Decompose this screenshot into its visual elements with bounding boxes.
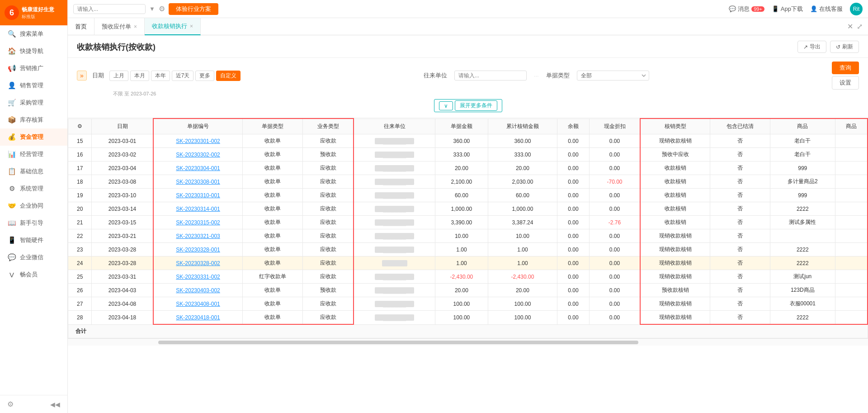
doc-no-link[interactable]: SK-20230315-002 bbox=[176, 219, 220, 226]
doc-no-link[interactable]: SK-20230314-001 bbox=[176, 206, 220, 212]
expand-toggle-icon[interactable]: » bbox=[77, 71, 87, 81]
td-verified: -2,430.00 bbox=[488, 270, 557, 284]
sidebar-item-search[interactable]: 🔍搜索菜单 bbox=[0, 25, 67, 43]
scrollbar-thumb[interactable] bbox=[158, 341, 638, 344]
user-avatar[interactable]: Rit bbox=[850, 3, 863, 15]
td-date: 2023-04-03 bbox=[92, 284, 153, 297]
td-discount: 0.00 bbox=[589, 297, 640, 311]
td-cancel-type: 现销收款核销 bbox=[640, 297, 710, 311]
solution-button[interactable]: 体验行业方案 bbox=[169, 3, 218, 15]
date-btn-more[interactable]: 更多 bbox=[195, 71, 214, 81]
topbar-gear-icon[interactable]: ⚙ bbox=[159, 5, 165, 13]
export-button[interactable]: ↗ 导出 bbox=[797, 41, 826, 53]
td-partner bbox=[354, 256, 435, 270]
sidebar-item-basic[interactable]: 📋基础信息 bbox=[0, 163, 67, 180]
query-button[interactable]: 查询 bbox=[832, 62, 859, 74]
td-goods1: 衣服00001 bbox=[770, 297, 835, 311]
tab-collection[interactable]: 收款核销执行 × bbox=[145, 18, 201, 35]
td-goods1: 999 bbox=[770, 189, 835, 202]
app-download[interactable]: 📱 App下载 bbox=[772, 5, 803, 13]
sidebar-item-wechat[interactable]: 💬企业微信 bbox=[0, 249, 67, 266]
sidebar-item-hardware[interactable]: 📱智能硬件 bbox=[0, 232, 67, 249]
date-btn-this-year[interactable]: 本年 bbox=[151, 71, 170, 81]
sidebar-item-finance[interactable]: 💰资金管理 bbox=[0, 128, 67, 146]
date-btn-7days[interactable]: 近7天 bbox=[172, 71, 194, 81]
tab-close-all-icon[interactable]: ✕ bbox=[847, 22, 853, 31]
table-row[interactable]: 24 2023-03-28 SK-20230328-002 收款单 应收款 1.… bbox=[68, 256, 868, 270]
table-row[interactable]: 23 2023-03-28 SK-20230328-001 收款单 应收款 ██… bbox=[68, 243, 868, 256]
td-included: 否 bbox=[710, 202, 770, 216]
th-verified: 累计核销金额 bbox=[488, 119, 557, 134]
table-row[interactable]: 26 2023-04-03 SK-20230403-002 收款单 预收款 ██… bbox=[68, 284, 868, 297]
doc-no-link[interactable]: SK-20230403-002 bbox=[176, 287, 220, 294]
sidebar-item-operation[interactable]: 📊经营管理 bbox=[0, 146, 67, 163]
column-settings-icon[interactable]: ⚙ bbox=[77, 123, 82, 129]
tab-collection-label: 收款核销执行 bbox=[152, 22, 187, 30]
sidebar-icon-inventory: 📦 bbox=[7, 116, 16, 124]
doc-no-link[interactable]: SK-20230408-001 bbox=[176, 301, 220, 307]
table-row[interactable]: 18 2023-03-08 SK-20230308-001 收款单 应收款 ██… bbox=[68, 175, 868, 189]
table-row[interactable]: 25 2023-03-31 SK-20230331-002 红字收款单 应收款 … bbox=[68, 270, 868, 284]
td-goods1: 2222 bbox=[770, 311, 835, 325]
tab-advance[interactable]: 预收应付单 × bbox=[94, 18, 145, 35]
table-row[interactable]: 19 2023-03-10 SK-20230310-001 收款单 应收款 ██… bbox=[68, 189, 868, 202]
td-verified: 333.00 bbox=[488, 148, 557, 161]
message-area[interactable]: 💬 消息 99+ bbox=[729, 5, 764, 13]
doc-no-link[interactable]: SK-20230308-001 bbox=[176, 179, 220, 185]
table-row[interactable]: 17 2023-03-04 SK-20230304-001 收款单 应收款 ██… bbox=[68, 161, 868, 175]
table-row[interactable]: 15 2023-03-01 SK-20230301-002 收款单 应收款 ██… bbox=[68, 134, 868, 148]
tab-advance-close[interactable]: × bbox=[134, 24, 137, 30]
doc-no-link[interactable]: SK-20230331-002 bbox=[176, 274, 220, 280]
doc-no-link[interactable]: SK-20230418-001 bbox=[176, 314, 220, 321]
tab-collection-close[interactable]: × bbox=[190, 23, 193, 29]
doc-no-link[interactable]: SK-20230310-001 bbox=[176, 192, 220, 199]
setting-button[interactable]: 设置 bbox=[832, 76, 859, 90]
table-row[interactable]: 22 2023-03-21 SK-20230321-003 收款单 应收款 ██… bbox=[68, 229, 868, 243]
sidebar-item-marketing[interactable]: 📢营销推广 bbox=[0, 60, 67, 77]
settings-footer-icon[interactable]: ⚙ bbox=[7, 400, 14, 408]
td-no: 25 bbox=[68, 270, 92, 284]
doc-no-link[interactable]: SK-20230321-003 bbox=[176, 233, 220, 239]
table-row[interactable]: 20 2023-03-14 SK-20230314-001 收款单 应收款 ██… bbox=[68, 202, 868, 216]
sidebar-item-collab[interactable]: 🤝企业协同 bbox=[0, 197, 67, 214]
horizontal-scrollbar[interactable] bbox=[68, 338, 868, 346]
date-btn-custom[interactable]: 自定义 bbox=[216, 71, 241, 81]
date-btn-this-month[interactable]: 本月 bbox=[130, 71, 149, 81]
online-service[interactable]: 👤 在线客服 bbox=[810, 5, 843, 13]
collapse-icon[interactable]: ◀◀ bbox=[50, 401, 60, 408]
sidebar-item-quick[interactable]: 🏠快捷导航 bbox=[0, 43, 67, 60]
tab-home[interactable]: 首页 bbox=[68, 18, 94, 35]
sidebar-label-marketing: 营销推广 bbox=[20, 64, 43, 72]
doc-no-link[interactable]: SK-20230328-001 bbox=[176, 247, 220, 253]
doc-no-link[interactable]: SK-20230301-002 bbox=[176, 138, 220, 144]
doc-no-link[interactable]: SK-20230302-002 bbox=[176, 152, 220, 158]
sidebar-icon-sales: 👤 bbox=[7, 81, 16, 90]
td-included: 否 bbox=[710, 297, 770, 311]
refresh-button[interactable]: ↺ 刷新 bbox=[830, 41, 859, 53]
sidebar-nav: 🔍搜索菜单🏠快捷导航📢营销推广👤销售管理🛒采购管理📦库存核算💰资金管理📊经营管理… bbox=[0, 25, 67, 283]
sidebar-icon-member: V bbox=[7, 271, 16, 279]
td-included: 否 bbox=[710, 161, 770, 175]
partner-input[interactable] bbox=[454, 71, 527, 81]
tab-maximize-icon[interactable]: ⤢ bbox=[857, 22, 863, 31]
sidebar-item-member[interactable]: V畅会员 bbox=[0, 266, 67, 283]
sidebar-item-guide[interactable]: 📖新手引导 bbox=[0, 214, 67, 232]
doc-no-link[interactable]: SK-20230328-002 bbox=[176, 260, 220, 266]
doc-type-select[interactable]: 全部 收款单 红字收款单 bbox=[577, 71, 649, 81]
sidebar-item-inventory[interactable]: 📦库存核算 bbox=[0, 111, 67, 128]
expand-more-conditions[interactable]: ∨ 展开更多条件 bbox=[77, 97, 859, 114]
table-row[interactable]: 16 2023-03-02 SK-20230302-002 收款单 预收款 ██… bbox=[68, 148, 868, 161]
td-goods2 bbox=[835, 189, 868, 202]
sidebar-item-sales[interactable]: 👤销售管理 bbox=[0, 77, 67, 94]
th-settings[interactable]: ⚙ bbox=[68, 119, 92, 134]
topbar-search-input[interactable] bbox=[73, 4, 146, 14]
td-included: 否 bbox=[710, 189, 770, 202]
table-row[interactable]: 27 2023-04-08 SK-20230408-001 收款单 应收款 ██… bbox=[68, 297, 868, 311]
sidebar-item-purchase[interactable]: 🛒采购管理 bbox=[0, 94, 67, 111]
sidebar-item-system[interactable]: ⚙系统管理 bbox=[0, 180, 67, 197]
table-row[interactable]: 28 2023-04-18 SK-20230418-001 收款单 应收款 ██… bbox=[68, 311, 868, 325]
date-btn-last-month[interactable]: 上月 bbox=[109, 71, 128, 81]
doc-no-link[interactable]: SK-20230304-001 bbox=[176, 165, 220, 171]
td-doc-type: 收款单 bbox=[243, 161, 303, 175]
table-row[interactable]: 21 2023-03-15 SK-20230315-002 收款单 应收款 ██… bbox=[68, 216, 868, 229]
